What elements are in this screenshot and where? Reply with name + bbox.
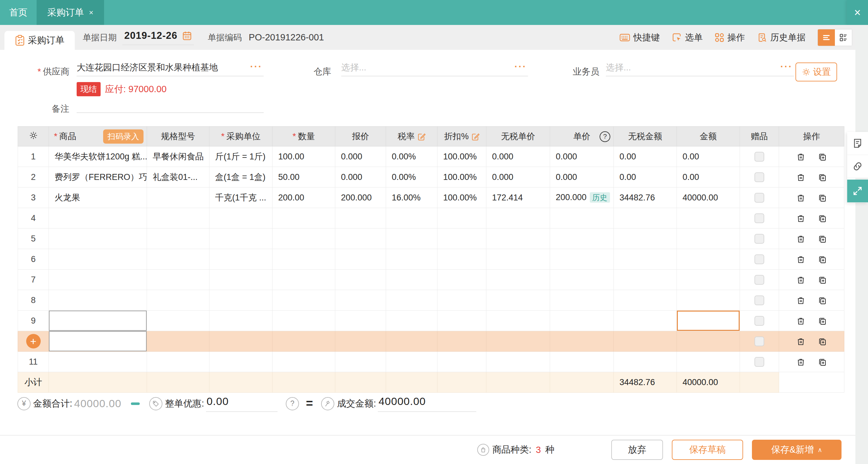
discount-cell[interactable]: 100.00%	[437, 167, 486, 187]
spec-cell[interactable]	[147, 229, 210, 249]
unit-price-cell[interactable]	[550, 311, 614, 331]
qty-cell[interactable]: 50.00	[273, 167, 335, 187]
price-cell[interactable]	[335, 208, 386, 229]
order-discount-input[interactable]: 0.00	[206, 395, 278, 412]
discount-cell[interactable]: 100.00%	[437, 187, 486, 208]
list-view-button[interactable]	[818, 29, 835, 46]
discount-cell[interactable]	[437, 208, 486, 229]
qty-cell[interactable]	[273, 208, 335, 229]
notax-amount-cell[interactable]	[614, 229, 677, 249]
tax-cell[interactable]	[386, 311, 437, 331]
warehouse-field[interactable]: 选择... ···	[341, 59, 528, 77]
final-amount-input[interactable]: 40000.00	[378, 395, 476, 412]
amount-cell[interactable]	[677, 331, 740, 352]
qty-cell[interactable]: 100.00	[273, 146, 335, 167]
tax-cell[interactable]	[386, 331, 437, 352]
spec-cell[interactable]	[147, 352, 210, 372]
qty-cell[interactable]: 200.00	[273, 187, 335, 208]
spec-cell[interactable]	[147, 249, 210, 269]
unit-price-cell[interactable]	[550, 249, 614, 269]
unit-cell[interactable]	[210, 311, 273, 331]
gift-checkbox[interactable]	[754, 316, 764, 326]
unit-cell[interactable]	[210, 269, 273, 290]
spec-cell[interactable]: 早餐休闲食品	[147, 146, 210, 167]
qty-cell[interactable]	[273, 331, 335, 352]
product-cell[interactable]	[49, 229, 147, 249]
product-cell[interactable]	[49, 311, 147, 331]
notax-amount-cell[interactable]	[614, 249, 677, 269]
discount-cell[interactable]	[437, 269, 486, 290]
product-cell[interactable]	[49, 331, 147, 352]
gift-checkbox[interactable]	[754, 357, 764, 367]
discount-cell[interactable]	[437, 229, 486, 249]
amount-cell[interactable]	[677, 229, 740, 249]
qty-cell[interactable]	[273, 249, 335, 269]
spec-cell[interactable]	[147, 208, 210, 229]
unit-price-cell[interactable]	[550, 229, 614, 249]
column-settings-header[interactable]	[18, 126, 49, 146]
qty-cell[interactable]	[273, 290, 335, 311]
amount-cell[interactable]: 0.00	[677, 167, 740, 187]
gift-checkbox[interactable]	[754, 275, 764, 285]
tab-close-icon[interactable]: ×	[89, 8, 93, 17]
price-cell[interactable]: 0.000	[335, 167, 386, 187]
spec-cell[interactable]	[147, 187, 210, 208]
notax-price-cell[interactable]: 0.000	[486, 167, 550, 187]
gift-checkbox[interactable]	[754, 295, 764, 305]
tab-purchase-order[interactable]: 采购订单 ×	[37, 0, 104, 25]
price-cell[interactable]	[335, 311, 386, 331]
gift-checkbox[interactable]	[754, 172, 764, 182]
amount-cell[interactable]	[677, 208, 740, 229]
copy-row-icon[interactable]	[817, 152, 827, 162]
history-docs-button[interactable]: 历史单据	[757, 32, 806, 44]
remark-field[interactable]	[76, 96, 264, 113]
copy-row-icon[interactable]	[817, 255, 827, 264]
notax-price-cell[interactable]	[486, 331, 550, 352]
unit-price-cell[interactable]	[550, 352, 614, 372]
price-cell[interactable]	[335, 352, 386, 372]
notax-amount-cell[interactable]: 0.00	[614, 167, 677, 187]
qty-cell[interactable]	[273, 311, 335, 331]
copy-row-icon[interactable]	[817, 296, 827, 305]
product-cell[interactable]	[49, 208, 147, 229]
amount-cell[interactable]	[677, 290, 740, 311]
gift-checkbox[interactable]	[754, 152, 764, 162]
delete-row-icon[interactable]	[796, 275, 806, 285]
gift-checkbox[interactable]	[754, 234, 764, 244]
unit-cell[interactable]: 斤(1斤 = 1斤)	[210, 146, 273, 167]
unit-price-cell[interactable]: 200.000历史	[550, 187, 614, 208]
unit-cell[interactable]	[210, 290, 273, 311]
discount-cell[interactable]	[437, 352, 486, 372]
unit-cell[interactable]	[210, 229, 273, 249]
amount-cell[interactable]	[677, 311, 740, 331]
notax-amount-cell[interactable]	[614, 269, 677, 290]
tax-cell[interactable]	[386, 290, 437, 311]
notes-panel-button[interactable]	[847, 132, 868, 155]
copy-row-icon[interactable]	[817, 316, 827, 326]
cancel-button[interactable]: 放弃	[611, 440, 663, 460]
notax-amount-cell[interactable]	[614, 208, 677, 229]
price-cell[interactable]: 0.000	[335, 146, 386, 167]
qty-cell[interactable]	[273, 229, 335, 249]
gift-checkbox[interactable]	[754, 337, 764, 346]
tax-cell[interactable]	[386, 269, 437, 290]
unit-cell[interactable]	[210, 331, 273, 352]
copy-row-icon[interactable]	[817, 214, 827, 223]
tax-cell[interactable]	[386, 208, 437, 229]
unit-price-cell[interactable]: 0.000	[550, 167, 614, 187]
notax-amount-cell[interactable]	[614, 331, 677, 352]
amount-cell[interactable]: 40000.00	[677, 187, 740, 208]
product-cell[interactable]	[49, 269, 147, 290]
delete-row-icon[interactable]	[796, 255, 806, 264]
qty-cell[interactable]	[273, 352, 335, 372]
delete-row-icon[interactable]	[796, 337, 806, 346]
window-close-button[interactable]: ×	[847, 0, 868, 25]
delete-row-icon[interactable]	[796, 316, 806, 326]
unit-cell[interactable]: 盒(1盒 = 1盒)	[210, 167, 273, 187]
salesman-field[interactable]: 选择... ···	[606, 59, 794, 77]
spec-cell[interactable]	[147, 269, 210, 290]
tax-cell[interactable]	[386, 352, 437, 372]
notax-price-cell[interactable]	[486, 352, 550, 372]
price-cell[interactable]	[335, 331, 386, 352]
tax-cell[interactable]: 16.00%	[386, 187, 437, 208]
